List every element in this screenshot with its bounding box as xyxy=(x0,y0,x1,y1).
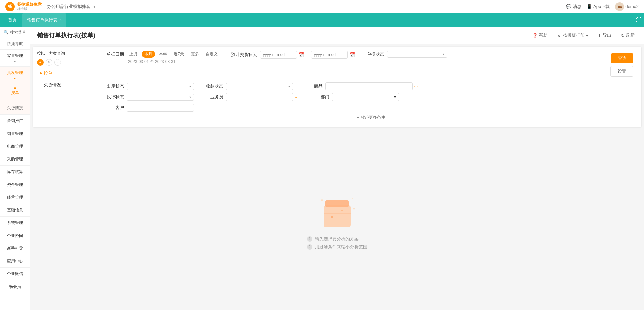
sidebar: 🔍 搜索菜单 快捷导航 零售管理 ▸ 批发管理 ▾ 按单 欠货情况 营销推广 销… xyxy=(0,27,30,310)
goods-input-area: ··· xyxy=(325,82,419,90)
sidebar-item-sales[interactable]: 销售管理 xyxy=(0,127,30,140)
query-button[interactable]: 查询 xyxy=(611,53,633,63)
goods-label: 商品 xyxy=(304,83,323,89)
sidebar-item-shortage[interactable]: 欠货情况 xyxy=(0,99,30,115)
print-dropdown-icon: ▾ xyxy=(586,33,588,38)
edit-scheme-btn[interactable]: ✎ xyxy=(46,59,52,66)
dept-filter: 部门 ▾ xyxy=(311,93,399,101)
date-tab-last-month[interactable]: 上月 xyxy=(127,51,140,58)
sidebar-item-operations[interactable]: 经营管理 xyxy=(0,191,30,204)
sidebar-item-system[interactable]: 系统管理 xyxy=(0,217,30,229)
filter-row-3: 执行状态 ▾ 业务员 ··· xyxy=(105,93,636,101)
status-label: 单据状态 xyxy=(366,51,384,57)
exec-status-select[interactable]: ▾ xyxy=(127,94,194,101)
sidebar-item-finance[interactable]: 资金管理 xyxy=(0,178,30,191)
refresh-btn[interactable]: ↻ 刷新 xyxy=(618,31,637,40)
export-icon: ⬇ xyxy=(598,33,601,38)
sidebar-item-marketing[interactable]: 营销推广 xyxy=(0,115,30,127)
status-filter: 单据状态 ▾ xyxy=(366,51,447,58)
dept-select[interactable]: ▾ xyxy=(332,93,399,101)
exec-dropdown-icon: ▾ xyxy=(189,95,191,99)
sidebar-item-collab[interactable]: 企业协同 xyxy=(0,229,30,242)
date-tab-this-year[interactable]: 本年 xyxy=(156,51,170,58)
collapse-bar[interactable]: ∧ 收起更多条件 xyxy=(105,112,636,123)
sidebar-item-basic-info[interactable]: 基础信息 xyxy=(0,204,30,217)
sidebar-item-inventory[interactable]: 库存核算 xyxy=(0,166,30,178)
date-filter-group: 单据日期 上月 本月 本年 近7天 更多 自定义 xyxy=(105,51,220,65)
customer-input[interactable] xyxy=(127,104,194,112)
salesperson-input-area: ··· xyxy=(226,93,300,101)
expected-date-filter: 预计交货日期 📅 — 📅 xyxy=(231,51,355,59)
sidebar-quick-nav[interactable]: 快捷导航 xyxy=(0,38,30,50)
customer-dots-btn[interactable]: ··· xyxy=(194,105,201,110)
goods-filter: 商品 ··· xyxy=(304,82,419,90)
sidebar-item-newbie[interactable]: 新手引导 xyxy=(0,242,30,255)
minimize-icon[interactable]: ─ xyxy=(630,17,633,23)
sidebar-item-retail[interactable]: 零售管理 ▸ xyxy=(0,50,30,67)
content-area: 销售订单执行表(按单) ❓ 帮助 🖨 按模板打印 ▾ ⬇ 导出 ↻ 刷新 xyxy=(30,27,644,310)
page-actions: ❓ 帮助 🖨 按模板打印 ▾ ⬇ 导出 ↻ 刷新 xyxy=(530,31,637,40)
sidebar-item-wechat[interactable]: 企业微信 xyxy=(0,268,30,280)
receipt-status-label: 收款状态 xyxy=(205,83,223,89)
tab-close-icon[interactable]: × xyxy=(59,18,62,22)
sidebar-item-ecommerce[interactable]: 电商管理 xyxy=(0,140,30,153)
salesperson-input[interactable] xyxy=(226,93,293,101)
tab-sales-order[interactable]: 销售订单执行表 × xyxy=(22,13,66,27)
sidebar-item-appstore[interactable]: 应用中心 xyxy=(0,255,30,268)
tab-home[interactable]: 首页 xyxy=(3,13,22,27)
sidebar-item-purchase[interactable]: 采购管理 xyxy=(0,153,30,166)
svg-point-8 xyxy=(353,208,355,209)
top-bar: 畅 畅捷通好生意 标准版 办公用品行业模拟账套 ▾ 💬 消息 📱 App下载 E… xyxy=(0,0,644,13)
delivery-status-select[interactable]: ▾ xyxy=(127,83,194,90)
date-separator: — xyxy=(305,52,310,57)
filter-row-2: 出库状态 ▾ 收款状态 ▾ xyxy=(105,82,636,90)
tip2-text: 用过滤条件来缩小分析范围 xyxy=(315,244,367,250)
help-btn[interactable]: ❓ 帮助 xyxy=(530,31,550,40)
add-scheme-btn[interactable]: + xyxy=(37,59,44,66)
settings-button[interactable]: 设置 xyxy=(610,66,633,77)
customer-filter: 客户 ··· xyxy=(105,104,201,112)
date-tab-7days[interactable]: 近7天 xyxy=(171,51,187,58)
export-btn[interactable]: ⬇ 导出 xyxy=(595,31,614,40)
sidebar-item-by-order[interactable]: 按单 xyxy=(0,84,30,99)
expected-date-end[interactable] xyxy=(311,51,348,59)
collapse-sidebar-btn[interactable]: « xyxy=(54,59,61,66)
date-range-display: 2023-03-01 至 2023-03-31 xyxy=(105,59,220,65)
date-tab-this-month[interactable]: 本月 xyxy=(142,51,155,58)
avatar: Ea xyxy=(615,2,624,11)
user-avatar[interactable]: Ea demo2 xyxy=(615,2,639,11)
scheme-item-by-order[interactable]: 按单 xyxy=(37,68,96,79)
tip2-num: 2 xyxy=(307,244,312,250)
salesperson-dots-btn[interactable]: ··· xyxy=(293,94,300,100)
date-tab-more[interactable]: 更多 xyxy=(188,51,202,58)
calendar-start-icon[interactable]: 📅 xyxy=(298,52,304,57)
goods-dots-btn[interactable]: ··· xyxy=(413,84,419,89)
filter-right: 单据日期 上月 本月 本年 近7天 更多 自定义 xyxy=(100,47,641,127)
filter-left: 按以下方案查询 + ✎ « xyxy=(33,47,100,127)
print-icon: 🖨 xyxy=(557,33,561,38)
goods-input[interactable] xyxy=(325,82,413,90)
empty-tip-2: 2 用过滤条件来缩小分析范围 xyxy=(307,244,367,250)
receipt-status-select[interactable]: ▾ xyxy=(226,83,293,90)
svg-point-4 xyxy=(331,216,333,218)
salesperson-filter: 业务员 ··· xyxy=(205,93,300,101)
sidebar-item-member[interactable]: 畅会员 xyxy=(0,280,30,293)
svg-point-6 xyxy=(321,199,323,201)
print-btn[interactable]: 🖨 按模板打印 ▾ xyxy=(554,31,591,40)
calendar-end-icon[interactable]: 📅 xyxy=(349,52,355,57)
scheme-item-shortage[interactable]: 欠货情况 xyxy=(37,80,96,90)
maximize-icon[interactable]: ⛶ xyxy=(636,17,641,23)
message-btn[interactable]: 💬 消息 xyxy=(566,4,581,10)
expected-date-label: 预计交货日期 xyxy=(231,52,257,58)
search-icon: 🔍 xyxy=(4,30,9,35)
sidebar-item-wholesale[interactable]: 批发管理 ▾ xyxy=(0,67,30,84)
status-select[interactable]: ▾ xyxy=(387,51,447,58)
tab-bar-right: ─ ⛶ xyxy=(630,17,641,23)
app-download-btn[interactable]: 📱 App下载 xyxy=(587,4,610,10)
date-tab-custom[interactable]: 自定义 xyxy=(203,51,220,58)
dept-label: 部门 xyxy=(311,94,329,100)
industry-selector[interactable]: 办公用品行业模拟账套 ▾ xyxy=(47,4,96,10)
message-icon: 💬 xyxy=(566,4,571,9)
expected-date-start[interactable] xyxy=(260,51,297,59)
sidebar-search[interactable]: 🔍 搜索菜单 xyxy=(0,27,30,38)
